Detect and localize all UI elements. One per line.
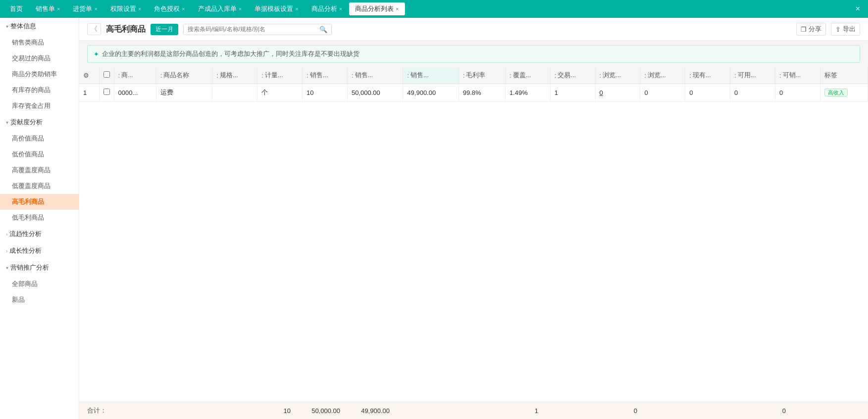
sidebar-item-all-goods[interactable]: 全部商品	[0, 276, 79, 292]
sidebar-item-new-goods[interactable]: 新品	[0, 292, 79, 308]
col-name[interactable]: :商品名称	[156, 67, 212, 84]
row-checkbox[interactable]	[103, 89, 110, 95]
table-header-row: ⚙ :商... :商品名称 :规格...	[79, 67, 868, 84]
col-coverage[interactable]: :覆盖...	[505, 67, 550, 84]
nav-analysis[interactable]: 商品分析 ×	[306, 2, 348, 15]
info-bar: ✦ 企业的主要的利润都是这部分商品创造的，可考虑加大推广，同时关注库存是不要出现…	[87, 45, 860, 63]
sidebar-item-high-margin[interactable]: 高毛利商品	[0, 194, 79, 210]
chevron-down-icon: ▾	[6, 120, 8, 125]
cell-checkbox[interactable]	[99, 84, 114, 101]
sidebar-group-marketing-items: 全部商品 新品	[0, 276, 79, 308]
footer-saleable: 0	[750, 407, 790, 415]
nav-permissions[interactable]: 权限设置 ×	[104, 2, 147, 15]
content-area: 《 高毛利商品 近一月 🔍 ❐ 分享 ⇧ 导出 ✦ 企业的主要的利润都是这部	[79, 18, 868, 419]
share-icon: ❐	[801, 26, 807, 33]
chevron-right-icon: ›	[6, 248, 7, 254]
footer-sale-qty: 10	[255, 407, 295, 415]
export-button[interactable]: ⇧ 导出	[831, 23, 860, 36]
nav-purchase[interactable]: 进货单 ×	[67, 2, 103, 15]
footer-transaction: 1	[503, 407, 542, 415]
col-sale-amount[interactable]: :销售...	[347, 67, 403, 84]
nav-analysis-list[interactable]: 商品分析列表 ×	[349, 2, 405, 15]
nav-template[interactable]: 单据模板设置 ×	[249, 2, 304, 15]
close-icon[interactable]: ×	[94, 6, 97, 12]
sidebar-group-growth[interactable]: › 成长性分析	[0, 242, 79, 259]
cell-transaction: 1	[550, 84, 595, 101]
footer-label: 合计：	[87, 406, 106, 415]
nav-sales[interactable]: 销售单 ×	[30, 2, 66, 15]
cell-available: 0	[730, 84, 775, 101]
footer-bar: 合计： 10 50,000.00 49,900.00 1 0 0	[79, 402, 868, 419]
sidebar-item-stock-goods[interactable]: 有库存的商品	[0, 82, 79, 98]
close-icon[interactable]: ×	[295, 6, 298, 12]
cell-index: 1	[79, 84, 99, 101]
col-sale-qty[interactable]: :销售...	[303, 67, 348, 84]
cell-sale-qty: 10	[303, 84, 348, 101]
cell-gross-margin: 99.8%	[459, 84, 505, 101]
nav-close-all[interactable]: ×	[852, 4, 864, 13]
sidebar-item-traded-goods[interactable]: 交易过的商品	[0, 50, 79, 66]
sidebar-item-high-value[interactable]: 高价值商品	[0, 131, 79, 146]
nav-inbound[interactable]: 产成品入库单 ×	[192, 2, 248, 15]
table-row: 1 0000... 运费 个 10 50,000.00 49,900.00 99…	[79, 84, 868, 101]
col-transaction[interactable]: :交易...	[550, 67, 595, 84]
col-browse1[interactable]: :浏览...	[595, 67, 640, 84]
cell-current: 0	[685, 84, 730, 101]
col-code[interactable]: :商...	[114, 67, 156, 84]
col-gross-margin[interactable]: :毛利率	[459, 67, 505, 84]
col-checkbox[interactable]	[99, 67, 114, 84]
col-settings[interactable]: ⚙	[79, 67, 99, 84]
sidebar-item-low-margin[interactable]: 低毛利商品	[0, 210, 79, 226]
col-tag[interactable]: 标签	[820, 67, 868, 84]
cell-sale-profit: 49,900.00	[403, 84, 459, 101]
nav-roles[interactable]: 角色授权 ×	[148, 2, 191, 15]
sidebar-group-marketing[interactable]: ▾ 营销推广分析	[0, 259, 79, 276]
select-all-checkbox[interactable]	[103, 71, 110, 78]
sidebar-group-trend[interactable]: › 流趋性分析	[0, 226, 79, 242]
footer-sale-amount: 50,000.00	[305, 407, 344, 415]
export-icon: ⇧	[835, 26, 841, 33]
col-unit[interactable]: :计量...	[257, 67, 303, 84]
sidebar-item-high-coverage[interactable]: 高覆盖度商品	[0, 162, 79, 178]
sidebar-group-overall[interactable]: ▾ 整体信息	[0, 18, 79, 35]
sidebar-item-category-rate[interactable]: 商品分类助销率	[0, 66, 79, 82]
collapse-sidebar-button[interactable]: 《	[87, 23, 101, 35]
footer-sale-profit: 49,900.00	[354, 407, 394, 415]
col-saleable[interactable]: :可销...	[775, 67, 820, 84]
content-header: 《 高毛利商品 近一月 🔍 ❐ 分享 ⇧ 导出	[79, 18, 868, 41]
footer-browse2: 0	[602, 407, 641, 415]
header-actions: ❐ 分享 ⇧ 导出	[796, 23, 860, 36]
sidebar-group-contribution[interactable]: ▾ 贡献度分析	[0, 114, 79, 131]
search-input[interactable]	[188, 26, 316, 33]
data-table: ⚙ :商... :商品名称 :规格...	[79, 67, 868, 101]
sidebar-item-stock-capital[interactable]: 库存资金占用	[0, 98, 79, 114]
close-icon[interactable]: ×	[57, 6, 60, 12]
close-icon[interactable]: ×	[396, 6, 399, 12]
search-icon[interactable]: 🔍	[319, 26, 327, 33]
settings-icon[interactable]: ⚙	[83, 72, 89, 79]
cell-browse1[interactable]: 0	[595, 84, 640, 101]
cell-code: 0000...	[114, 84, 156, 101]
col-spec[interactable]: :规格...	[212, 67, 257, 84]
table-container[interactable]: ⚙ :商... :商品名称 :规格...	[79, 67, 868, 402]
col-browse2[interactable]: :浏览...	[640, 67, 685, 84]
top-navigation: 首页 销售单 × 进货单 × 权限设置 × 角色授权 × 产成品入库单 × 单据…	[0, 0, 868, 18]
close-icon[interactable]: ×	[182, 6, 185, 12]
sidebar-item-low-value[interactable]: 低价值商品	[0, 146, 79, 162]
close-icon[interactable]: ×	[339, 6, 342, 12]
time-filter-button[interactable]: 近一月	[151, 24, 178, 35]
cell-tag: 高收入	[820, 84, 868, 101]
search-box: 🔍	[183, 24, 332, 35]
share-button[interactable]: ❐ 分享	[796, 23, 826, 36]
sidebar: ▾ 整体信息 销售类商品 交易过的商品 商品分类助销率 有库存的商品 库存资金占…	[0, 18, 79, 419]
chevron-down-icon: ▾	[6, 24, 8, 29]
col-sale-profit[interactable]: :销售...	[403, 67, 459, 84]
col-current[interactable]: :现有...	[685, 67, 730, 84]
close-icon[interactable]: ×	[239, 6, 242, 12]
nav-home[interactable]: 首页	[4, 2, 29, 15]
cell-saleable: 0	[775, 84, 820, 101]
close-icon[interactable]: ×	[138, 6, 141, 12]
sidebar-item-sales-goods[interactable]: 销售类商品	[0, 35, 79, 50]
col-available[interactable]: :可用...	[730, 67, 775, 84]
sidebar-item-low-coverage[interactable]: 低覆盖度商品	[0, 178, 79, 194]
